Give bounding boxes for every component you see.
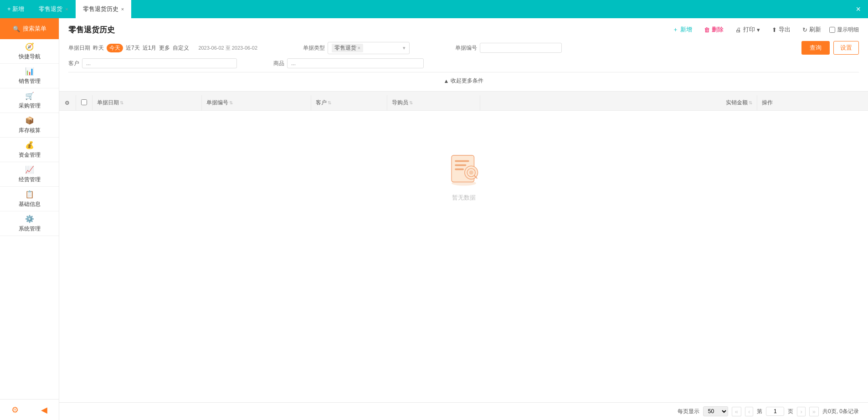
empty-state-text: 暂无数据 xyxy=(452,194,476,202)
th-amount[interactable]: 实销金额 ⇅ xyxy=(480,95,757,111)
th-doc-date[interactable]: 单据日期 ⇅ xyxy=(92,95,201,111)
close-window-button[interactable]: × xyxy=(856,5,861,14)
custom-date-btn[interactable]: 自定义 xyxy=(173,44,189,52)
page-size-select[interactable]: 10 20 50 100 xyxy=(703,406,728,416)
page-size-label: 每页显示 xyxy=(678,408,699,415)
sidebar-bottom: ⚙ ◀ xyxy=(0,399,59,420)
filter-area: 单据日期 昨天 今天 近7天 近1月 更多 自定义 2023-06-02 至 2… xyxy=(68,41,859,91)
quick-nav-icon: 🧭 xyxy=(25,42,34,51)
doc-no-input[interactable] xyxy=(480,43,562,53)
page-header: 零售退货历史 ＋ 新增 🗑 删除 🖨 打印 ▾ xyxy=(59,18,868,92)
print-icon: 🖨 xyxy=(735,26,741,33)
sidebar-item-basic-info-label: 基础信息 xyxy=(19,200,41,208)
search-icon: 🔍 xyxy=(13,26,20,32)
sidebar-item-finance-label: 资金管理 xyxy=(19,151,41,159)
last-page-button[interactable]: » xyxy=(809,407,819,416)
sidebar-search-label: 搜索菜单 xyxy=(23,25,46,33)
refresh-label: 刷新 xyxy=(809,26,821,34)
first-page-button[interactable]: « xyxy=(732,407,741,416)
page-number-input[interactable] xyxy=(766,407,784,416)
doc-type-chevron-icon: ▾ xyxy=(403,45,406,51)
th-guide[interactable]: 导购员 ⇅ xyxy=(387,95,480,111)
refresh-button[interactable]: ↻ 刷新 xyxy=(799,24,825,36)
th-doc-no[interactable]: 单据编号 ⇅ xyxy=(201,95,311,111)
collapse-filter-btn[interactable]: ▲ 收起更多条件 xyxy=(444,75,484,87)
doc-type-select[interactable]: 零售退货 × ▾ xyxy=(328,42,410,54)
doc-no-label: 单据编号 xyxy=(455,44,477,52)
prev-page-button[interactable]: ‹ xyxy=(745,407,753,416)
show-detail-checkbox[interactable] xyxy=(829,27,835,33)
table-header-row: ⚙ 单据日期 ⇅ xyxy=(59,95,868,111)
th-customer[interactable]: 客户 ⇅ xyxy=(311,95,387,111)
tab-home[interactable]: + 新增 xyxy=(0,0,31,18)
delete-button[interactable]: 🗑 删除 xyxy=(700,24,727,36)
sidebar-search[interactable]: 🔍 搜索菜单 xyxy=(0,18,59,39)
page-suffix: 页 xyxy=(788,408,793,415)
tab-retail-return-history-label: 零售退货历史 xyxy=(83,5,118,13)
sidebar-item-business-label: 经营管理 xyxy=(19,176,41,184)
svg-rect-4 xyxy=(455,169,464,170)
more-date-btn[interactable]: 更多 xyxy=(159,44,170,52)
close-retail-return-history-tab[interactable]: × xyxy=(121,6,124,12)
inventory-icon: 📦 xyxy=(25,116,34,125)
sidebar-item-sales-mgmt-label: 销售管理 xyxy=(19,77,41,85)
sidebar-item-inventory[interactable]: 📦 库存核算 xyxy=(0,113,59,138)
add-icon: ＋ xyxy=(673,26,678,34)
th-customer-label: 客户 xyxy=(316,99,327,107)
th-action-label: 操作 xyxy=(762,99,773,106)
page-title: 零售退货历史 xyxy=(68,25,115,35)
table-settings-icon[interactable]: ⚙ xyxy=(65,100,70,106)
sidebar-item-basic-info[interactable]: 📋 基础信息 xyxy=(0,187,59,211)
sidebar-item-business[interactable]: 📈 经营管理 xyxy=(0,162,59,187)
customer-input[interactable] xyxy=(82,58,237,68)
page-title-bar: 零售退货历史 ＋ 新增 🗑 删除 🖨 打印 ▾ xyxy=(68,24,859,36)
filter-row-1: 单据日期 昨天 今天 近7天 近1月 更多 自定义 2023-06-02 至 2… xyxy=(68,41,859,55)
top-bar: + 新增 零售退货 × 零售退货历史 × × xyxy=(0,0,868,18)
add-button[interactable]: ＋ 新增 xyxy=(669,24,696,36)
sidebar-item-system-mgmt[interactable]: ⚙️ 系统管理 xyxy=(0,211,59,236)
sales-mgmt-icon: 📊 xyxy=(25,67,34,76)
tab-retail-return[interactable]: 零售退货 × xyxy=(31,0,75,18)
tab-home-label: + 新增 xyxy=(7,5,24,13)
close-retail-return-tab[interactable]: × xyxy=(65,6,68,12)
finance-icon: 💰 xyxy=(25,141,34,149)
date-range-text: 2023-06-02 至 2023-06-02 xyxy=(198,45,257,51)
business-icon: 📈 xyxy=(25,165,34,174)
toolbar: ＋ 新增 🗑 删除 🖨 打印 ▾ ⬆ 导出 xyxy=(669,24,859,36)
setting-button[interactable]: 设置 xyxy=(833,41,859,55)
th-guide-label: 导购员 xyxy=(392,99,408,107)
sidebar-item-system-mgmt-label: 系统管理 xyxy=(19,225,41,233)
sidebar-item-quick-nav-label: 快捷导航 xyxy=(19,53,41,61)
more-filter-bar: ▲ 收起更多条件 xyxy=(68,72,859,87)
page-label: 第 xyxy=(757,408,762,415)
last7days-btn[interactable]: 近7天 xyxy=(126,44,140,52)
next-page-button[interactable]: › xyxy=(797,407,805,416)
tab-retail-return-history[interactable]: 零售退货历史 × xyxy=(76,0,131,18)
export-button[interactable]: ⬆ 导出 xyxy=(768,24,794,36)
doc-type-tag-close[interactable]: × xyxy=(358,46,360,51)
th-settings[interactable]: ⚙ xyxy=(59,95,76,111)
goods-filter-item: 商品 xyxy=(273,58,424,68)
th-doc-no-sort-icon: ⇅ xyxy=(229,100,233,105)
basic-info-icon: 📋 xyxy=(25,190,34,199)
th-check[interactable] xyxy=(76,95,92,111)
doc-type-label: 单据类型 xyxy=(303,44,325,52)
goods-label: 商品 xyxy=(273,60,284,67)
th-doc-date-sort-icon: ⇅ xyxy=(120,100,123,105)
print-button[interactable]: 🖨 打印 ▾ xyxy=(732,24,764,36)
goods-input[interactable] xyxy=(287,58,424,68)
sidebar-item-sales-mgmt[interactable]: 📊 销售管理 xyxy=(0,64,59,88)
today-btn[interactable]: 今天 xyxy=(107,44,123,52)
last1month-btn[interactable]: 近1月 xyxy=(143,44,157,52)
collapse-sidebar-icon[interactable]: ◀ xyxy=(41,405,47,415)
filter-row-2: 客户 商品 xyxy=(68,58,859,68)
sidebar-item-quick-nav[interactable]: 🧭 快捷导航 xyxy=(0,39,59,64)
query-button[interactable]: 查询 xyxy=(801,41,830,55)
sidebar-item-purchase-mgmt[interactable]: 🛒 采购管理 xyxy=(0,88,59,113)
settings-bottom-icon[interactable]: ⚙ xyxy=(11,405,19,415)
doc-type-tag-text: 零售退货 xyxy=(334,44,356,52)
select-all-checkbox[interactable] xyxy=(81,99,87,105)
yesterday-btn[interactable]: 昨天 xyxy=(93,44,104,52)
delete-label: 删除 xyxy=(712,26,724,34)
sidebar-item-finance[interactable]: 💰 资金管理 xyxy=(0,138,59,162)
